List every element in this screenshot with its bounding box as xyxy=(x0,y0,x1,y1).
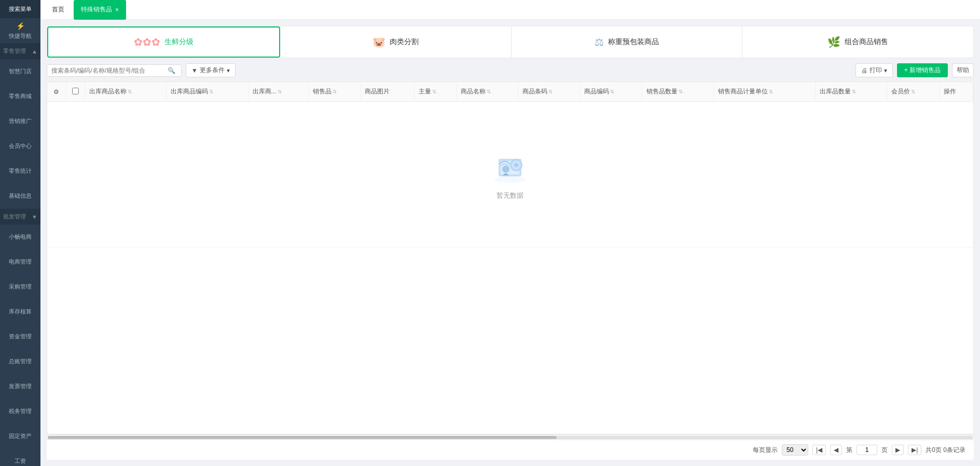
empty-state: 暂无数据 xyxy=(51,107,969,242)
type-tab-meat-cut[interactable]: 🐷 肉类分割 xyxy=(280,26,512,58)
filter-icon: ▼ xyxy=(191,67,198,74)
type-tabs: ✿✿✿ 生鲜分级 🐷 肉类分割 ⚖ 称重预包装商品 🌿 组合商品销售 xyxy=(47,26,974,58)
sidebar-item-member-center[interactable]: 会员中心 xyxy=(0,134,40,159)
hscroll-track[interactable] xyxy=(48,436,973,439)
per-page-label: 每页显示 xyxy=(753,446,778,455)
col-check[interactable] xyxy=(66,82,85,102)
chevron-down-icon3: ▾ xyxy=(884,67,887,74)
sidebar-item-tax-mgmt[interactable]: 税务管理 xyxy=(0,399,40,424)
type-tab-weight-pack[interactable]: ⚖ 称重预包装商品 xyxy=(512,26,743,58)
toolbar: 🔍 ▼ 更多条件 ▾ 🖨 打印 ▾ + 新增销售品 帮助 xyxy=(47,63,974,77)
sidebar-item-wholesale-mgmt[interactable]: 批发管理 ▼ xyxy=(0,209,40,225)
empty-text: 暂无数据 xyxy=(496,191,523,200)
col-outstock-code[interactable]: 出库商品编码⇅ xyxy=(167,82,249,102)
sidebar-logo: 搜索菜单 xyxy=(0,0,40,18)
sidebar-item-retail-mgmt[interactable]: 零售管理 ▲ xyxy=(0,43,40,59)
col-operation: 操作 xyxy=(939,82,973,102)
tab-home[interactable]: 首页 xyxy=(47,0,70,20)
content-area: ✿✿✿ 生鲜分级 🐷 肉类分割 ⚖ 称重预包装商品 🌿 组合商品销售 🔍 xyxy=(40,20,980,466)
col-weight[interactable]: 主量⇅ xyxy=(414,82,456,102)
col-settings[interactable]: ⚙ xyxy=(47,82,66,102)
last-page-btn[interactable]: ▶| xyxy=(908,445,921,455)
col-sales-unit[interactable]: 销售商品计量单位⇅ xyxy=(714,82,816,102)
tab-close-icon[interactable]: × xyxy=(115,6,119,13)
sidebar-item-retail-mall[interactable]: 零售商城 xyxy=(0,84,40,109)
sidebar-item-ecom-mgmt[interactable]: 电商管理 xyxy=(0,250,40,275)
type-tab-fresh-grade[interactable]: ✿✿✿ 生鲜分级 xyxy=(47,26,280,58)
topbar: 首页 特殊销售品 × xyxy=(40,0,980,20)
col-outstock-spec[interactable]: 出库商...⇅ xyxy=(248,82,308,102)
svg-point-5 xyxy=(502,166,509,173)
search-icon: 🔍 xyxy=(168,67,175,74)
print-icon: 🖨 xyxy=(861,67,867,74)
filter-button[interactable]: ▼ 更多条件 ▾ xyxy=(186,63,236,77)
tab-special-sales[interactable]: 特殊销售品 × xyxy=(74,0,126,20)
chevron-down-icon: ▲ xyxy=(32,48,37,54)
svg-point-0 xyxy=(494,176,526,183)
col-outstock-qty[interactable]: 出库品数量⇅ xyxy=(815,82,887,102)
chevron-down-icon2: ▼ xyxy=(32,214,37,220)
combo-icon: 🌿 xyxy=(827,36,840,48)
col-sales-qty[interactable]: 销售品数量⇅ xyxy=(642,82,713,102)
sidebar-item-purchase-mgmt[interactable]: 采购管理 xyxy=(0,275,40,299)
add-button[interactable]: + 新增销售品 xyxy=(897,63,948,77)
page-label: 页 xyxy=(881,446,888,455)
type-tab-combo[interactable]: 🌿 组合商品销售 xyxy=(742,26,973,58)
sidebar-item-general-ledger[interactable]: 总账管理 xyxy=(0,349,40,374)
sidebar: 搜索菜单 ⚡ 快捷导航 零售管理 ▲ 智慧门店 零售商城 营销推广 会员中心 零… xyxy=(0,0,40,466)
col-outstock-name[interactable]: 出库商品名称⇅ xyxy=(85,82,167,102)
sidebar-item-invoice-mgmt[interactable]: 发票管理 xyxy=(0,374,40,399)
next-page-btn[interactable]: ▶ xyxy=(892,445,904,455)
col-goods-name[interactable]: 商品名称⇅ xyxy=(456,82,518,102)
fresh-grade-icon: ✿✿✿ xyxy=(134,36,160,48)
sidebar-item-smart-store[interactable]: 智慧门店 xyxy=(0,59,40,84)
per-page-select[interactable]: 50 10 20 100 xyxy=(782,444,808,456)
data-table: ⚙ 出库商品名称⇅ 出库商品编码⇅ 出库商...⇅ 销售品⇅ 商品图片 主量⇅ … xyxy=(47,82,973,248)
hscroll-bar[interactable] xyxy=(47,434,974,440)
col-goods-barcode[interactable]: 商品条码⇅ xyxy=(518,82,580,102)
help-button[interactable]: 帮助 xyxy=(952,63,974,77)
print-button[interactable]: 🖨 打印 ▾ xyxy=(855,63,893,77)
sidebar-item-inventory[interactable]: 库存核算 xyxy=(0,299,40,324)
sidebar-item-retail-stats[interactable]: 零售统计 xyxy=(0,159,40,184)
col-sales-item[interactable]: 销售品⇅ xyxy=(308,82,360,102)
search-input[interactable] xyxy=(51,67,165,74)
col-goods-code[interactable]: 商品编码⇅ xyxy=(580,82,642,102)
col-member-price[interactable]: 会员价⇅ xyxy=(887,82,939,102)
sidebar-item-finance[interactable]: 资金管理 xyxy=(0,324,40,349)
sidebar-item-salary[interactable]: 工资 xyxy=(0,449,40,466)
col-goods-img: 商品图片 xyxy=(361,82,414,102)
hscroll-thumb[interactable] xyxy=(48,436,557,439)
sidebar-item-sales-promo[interactable]: 营销推广 xyxy=(0,109,40,134)
meat-cut-icon: 🐷 xyxy=(372,36,385,48)
table-container: ⚙ 出库商品名称⇅ 出库商品编码⇅ 出库商...⇅ 销售品⇅ 商品图片 主量⇅ … xyxy=(47,81,974,434)
search-box[interactable]: 🔍 xyxy=(47,64,182,77)
empty-illustration xyxy=(489,148,531,185)
quick-nav-icon: ⚡ xyxy=(16,21,25,32)
total-label: 共0页 0条记录 xyxy=(926,446,965,455)
page-input[interactable] xyxy=(857,445,877,455)
sidebar-item-basic-info[interactable]: 基础信息 xyxy=(0,184,40,209)
pagination: 每页显示 50 10 20 100 |◀ ◀ 第 页 ▶ ▶| 共0页 0条记录 xyxy=(47,440,974,460)
sidebar-item-mini-ecom[interactable]: 小畅电商 xyxy=(0,225,40,250)
sidebar-item-quick-nav[interactable]: ⚡ 快捷导航 xyxy=(0,18,40,43)
weight-pack-icon: ⚖ xyxy=(595,36,604,48)
chevron-icon: ▾ xyxy=(227,67,230,74)
page-label-prefix: 第 xyxy=(846,446,852,455)
prev-page-btn[interactable]: ◀ xyxy=(830,445,842,455)
first-page-btn[interactable]: |◀ xyxy=(812,445,826,455)
main-area: 首页 特殊销售品 × ✿✿✿ 生鲜分级 🐷 肉类分割 ⚖ 称重预包装商品 🌿 xyxy=(40,0,980,466)
select-all-checkbox[interactable] xyxy=(72,88,79,94)
sidebar-item-fixed-assets[interactable]: 固定资产 xyxy=(0,424,40,449)
